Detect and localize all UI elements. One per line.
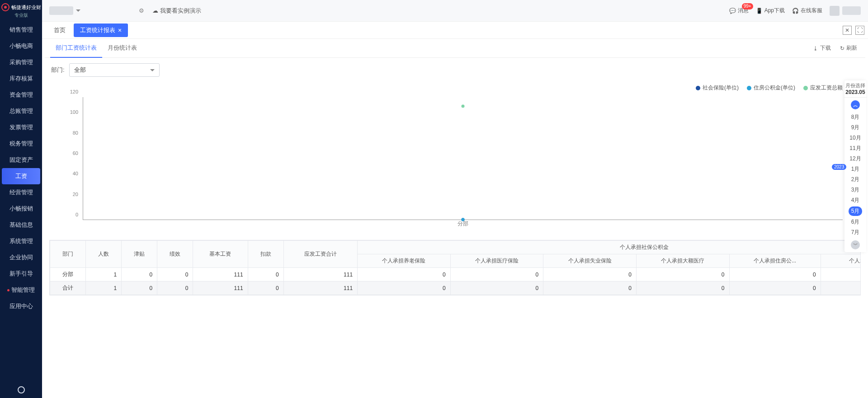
sidebar-item[interactable]: 固定资产 — [0, 152, 42, 168]
sidebar-item[interactable]: 采购管理 — [0, 54, 42, 70]
month-item[interactable]: 2月 — [844, 174, 866, 185]
chart-x-label: 分部 — [458, 220, 468, 228]
table-cell: 0 — [543, 268, 637, 281]
refresh-button[interactable]: ↻ 刷新 — [837, 44, 860, 52]
user-menu[interactable]: xx — [830, 6, 861, 16]
sidebar-item[interactable]: 系统管理 — [0, 233, 42, 249]
legend-dot-icon — [696, 86, 700, 90]
y-tick: 0 — [75, 212, 78, 217]
gear-icon — [18, 386, 25, 393]
month-item[interactable]: 10月 — [844, 133, 866, 143]
legend-item[interactable]: 住房公积金(单位) — [747, 84, 795, 92]
fullscreen-button[interactable]: ⛶ — [855, 26, 864, 35]
y-tick: 100 — [70, 109, 78, 115]
refresh-label: 刷新 — [846, 44, 857, 52]
table-cell: 合计 — [50, 281, 86, 295]
app-download-button[interactable]: 📱 App下载 — [756, 7, 785, 14]
table-cell: 0 — [157, 281, 193, 295]
subtab[interactable]: 部门工资统计表 — [50, 39, 102, 58]
month-scroll-up[interactable]: ︽ — [851, 100, 860, 109]
month-scroll-down[interactable]: ︾ — [851, 240, 860, 249]
data-point — [462, 218, 465, 221]
table-cell: 0 — [729, 268, 821, 281]
brand-edition: 专业版 — [14, 12, 28, 19]
settings-icon[interactable]: ⚙ — [138, 7, 145, 14]
table-group-header: 个人承担社保公积金 — [358, 241, 861, 254]
sidebar-item-label: 税务管理 — [9, 140, 33, 148]
sidebar-item[interactable]: 发票管理 — [0, 119, 42, 136]
sidebar-item-label: 应用中心 — [9, 302, 33, 310]
table-cell: 分部 — [50, 268, 86, 281]
table-cell: 0 — [248, 281, 283, 295]
tab[interactable]: 首页 — [47, 23, 72, 37]
month-item[interactable]: 6月 — [844, 217, 866, 227]
table-cell: 0 — [122, 281, 157, 295]
month-item[interactable]: 5月 — [849, 206, 863, 216]
data-point — [462, 105, 465, 108]
month-item[interactable]: 1月 — [844, 164, 866, 174]
month-item[interactable]: 4月 — [844, 195, 866, 206]
message-icon: 💬 — [729, 8, 736, 14]
sidebar-item[interactable]: 小畅电商 — [0, 38, 42, 54]
table-subheader: 个人承担大额医疗 — [636, 254, 729, 268]
sidebar-item-label: 小畅报销 — [9, 205, 33, 213]
close-icon[interactable]: × — [118, 27, 122, 33]
table-cell: 0 — [729, 281, 821, 295]
sidebar-item[interactable]: 库存核算 — [0, 70, 42, 87]
sidebar-item-label: 系统管理 — [9, 237, 33, 245]
sidebar-item[interactable]: 应用中心 — [0, 298, 42, 314]
chart-area: 社会保险(单位)住房公积金(单位)应发工资总额 020406080100120 … — [45, 82, 865, 232]
month-item[interactable]: 9月 — [844, 122, 866, 133]
username-redacted: xx — [842, 6, 861, 15]
demo-link[interactable]: ☁ 我要看实例演示 — [152, 7, 201, 15]
brand-logo: 畅捷通好业财 专业版 — [0, 0, 42, 22]
download-button[interactable]: ⭳ 下载 — [810, 44, 834, 52]
legend-item[interactable]: 社会保险(单位) — [696, 84, 739, 92]
sidebar-item[interactable]: 资金管理 — [0, 87, 42, 103]
sidebar-item[interactable]: 基础信息 — [0, 217, 42, 233]
sidebar-item-label: 新手引导 — [9, 270, 33, 278]
sidebar-item[interactable]: 新手引导 — [0, 266, 42, 282]
legend-dot-icon — [747, 86, 751, 90]
refresh-icon: ↻ — [840, 45, 844, 52]
legend-item[interactable]: 应发工资总额 — [803, 84, 843, 92]
sidebar-item[interactable]: 企业协同 — [0, 249, 42, 266]
month-item[interactable]: 12月 — [844, 154, 866, 164]
table-subheader: 个人承担社保公积金... — [821, 254, 861, 268]
sidebar-item[interactable]: 销售管理 — [0, 22, 42, 38]
messages-button[interactable]: 💬 消息 99+ — [729, 7, 749, 14]
month-picker-selected: 2023.05 — [844, 89, 866, 95]
org-name-redacted: xx — [49, 6, 73, 15]
online-cs-button[interactable]: 🎧 在线客服 — [792, 7, 822, 14]
sidebar-item[interactable]: 总账管理 — [0, 103, 42, 119]
org-selector[interactable]: xx — [49, 6, 131, 15]
table-cell: 0 — [358, 281, 451, 295]
sidebar-settings-button[interactable] — [0, 382, 42, 398]
department-select[interactable]: 全部 — [69, 63, 160, 77]
chevron-down-icon — [76, 9, 80, 12]
sidebar-item-label: 总账管理 — [9, 107, 33, 115]
sidebar-item[interactable]: 小畅报销 — [0, 201, 42, 217]
sidebar-item[interactable]: 经营管理 — [0, 184, 42, 201]
sidebar-item[interactable]: 智能管理 — [0, 282, 42, 298]
avatar-icon — [830, 6, 840, 16]
tab[interactable]: 工资统计报表× — [74, 23, 128, 37]
filter-row: 部门: 全部 — [45, 58, 865, 82]
sidebar-item[interactable]: 税务管理 — [0, 136, 42, 152]
headset-icon: 🎧 — [792, 8, 799, 14]
month-item[interactable]: 7月 — [844, 227, 866, 238]
tabs-row: 首页工资统计报表× ✕ ⛶ — [42, 22, 868, 39]
subtab[interactable]: 月份统计表 — [102, 39, 142, 58]
table-header: 绩效 — [157, 241, 193, 268]
month-item[interactable]: 3月 — [844, 185, 866, 195]
table-cell: 0 — [636, 268, 729, 281]
new-dot-icon — [7, 289, 9, 291]
close-all-tabs-button[interactable]: ✕ — [843, 26, 852, 35]
table-cell: 1 — [86, 268, 122, 281]
download-icon: ⭳ — [813, 45, 818, 52]
phone-icon: 📱 — [756, 8, 763, 14]
salary-table[interactable]: 部门人数津贴绩效基本工资扣款应发工资合计个人承担社保公积金个人承担养老保险个人承… — [49, 240, 861, 295]
month-item[interactable]: 11月 — [844, 143, 866, 154]
month-item[interactable]: 8月 — [844, 112, 866, 122]
sidebar-item[interactable]: 工资 — [2, 168, 40, 184]
